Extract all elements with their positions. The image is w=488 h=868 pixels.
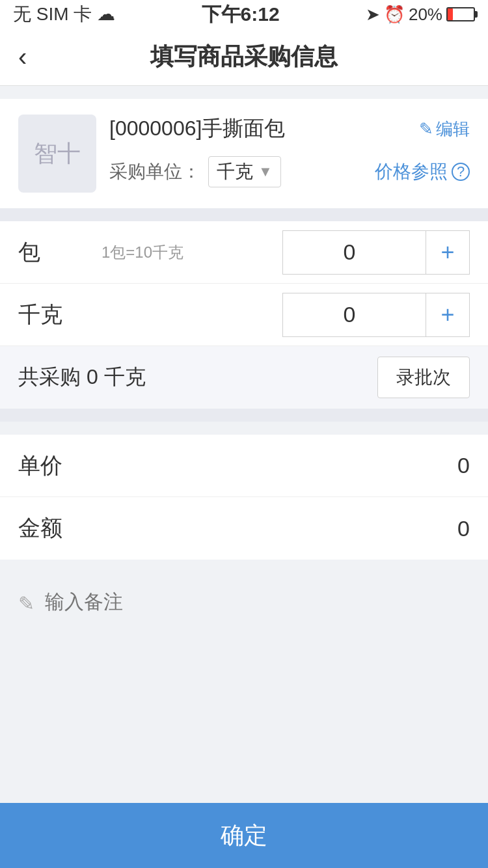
kg-input[interactable] xyxy=(282,293,426,337)
bag-sublabel: 1包=10千克 xyxy=(102,242,183,263)
status-time: 下午6:12 xyxy=(202,1,280,28)
purchase-unit-label: 采购单位： xyxy=(109,159,200,184)
nav-bar: ‹ 填写商品采购信息 xyxy=(0,29,488,86)
kg-input-row: 千克 + xyxy=(0,284,488,346)
product-name-row: [0000006]手撕面包 ✎ 编辑 xyxy=(109,115,470,143)
amount-row: 金额 0 xyxy=(0,497,488,560)
battery-icon xyxy=(446,7,475,21)
edit-icon: ✎ xyxy=(419,119,433,139)
edit-label: 编辑 xyxy=(436,118,470,141)
signal-text: 无 SIM 卡 ☁ xyxy=(13,2,115,27)
purchase-unit-row: 采购单位： 千克 ▼ 价格参照 ? xyxy=(109,156,470,187)
amount-value: 0 xyxy=(457,516,470,541)
bag-input-right: + xyxy=(282,230,470,275)
confirm-button[interactable]: 确定 xyxy=(0,803,488,868)
status-right: ➤ ⏰ 20% xyxy=(366,5,475,25)
status-left: 无 SIM 卡 ☁ xyxy=(13,2,115,27)
help-icon: ? xyxy=(452,163,470,181)
bag-input-row: 包 1包=10千克 + xyxy=(0,221,488,284)
product-logo: 智十 xyxy=(34,138,81,170)
amount-label: 金额 xyxy=(18,513,62,543)
product-card: 智十 [0000006]手撕面包 ✎ 编辑 采购单位： 千克 ▼ 价格参照 ? xyxy=(0,99,488,208)
price-ref-label: 价格参照 xyxy=(375,159,448,184)
status-bar: 无 SIM 卡 ☁ 下午6:12 ➤ ⏰ 20% xyxy=(0,0,488,29)
alarm-icon: ⏰ xyxy=(384,5,405,25)
bag-label: 包 xyxy=(18,237,96,267)
price-section: 单价 0 金额 0 xyxy=(0,435,488,560)
remark-section: ✎ xyxy=(0,573,488,703)
section-divider-1 xyxy=(0,208,488,221)
location-icon: ➤ xyxy=(366,5,380,25)
bag-plus-button[interactable]: + xyxy=(426,230,470,275)
summary-section: 共采购 0 千克 录批次 xyxy=(0,346,488,409)
kg-input-right: + xyxy=(282,293,470,337)
remark-input[interactable] xyxy=(45,591,470,613)
bag-input[interactable] xyxy=(282,230,426,275)
pencil-icon: ✎ xyxy=(18,592,34,615)
unit-value: 千克 xyxy=(217,159,253,184)
chevron-down-icon: ▼ xyxy=(258,163,273,180)
summary-text: 共采购 0 千克 xyxy=(18,363,146,392)
battery-percent: 20% xyxy=(409,5,442,25)
input-section: 包 1包=10千克 + 千克 + xyxy=(0,221,488,346)
product-name: [0000006]手撕面包 xyxy=(109,115,285,143)
back-button[interactable]: ‹ xyxy=(18,42,27,72)
batch-button[interactable]: 录批次 xyxy=(377,357,470,398)
kg-label: 千克 xyxy=(18,300,96,330)
bottom-spacer xyxy=(0,703,488,781)
product-image: 智十 xyxy=(18,115,96,193)
product-info: [0000006]手撕面包 ✎ 编辑 采购单位： 千克 ▼ 价格参照 ? xyxy=(109,115,470,187)
unit-select[interactable]: 千克 ▼ xyxy=(208,156,281,187)
page-title: 填写商品采购信息 xyxy=(150,41,338,73)
price-ref-button[interactable]: 价格参照 ? xyxy=(375,159,470,184)
edit-button[interactable]: ✎ 编辑 xyxy=(419,118,470,141)
unit-price-label: 单价 xyxy=(18,451,62,481)
unit-price-row: 单价 0 xyxy=(0,435,488,497)
section-divider-2 xyxy=(0,409,488,422)
kg-plus-button[interactable]: + xyxy=(426,293,470,337)
unit-price-value: 0 xyxy=(457,453,470,478)
